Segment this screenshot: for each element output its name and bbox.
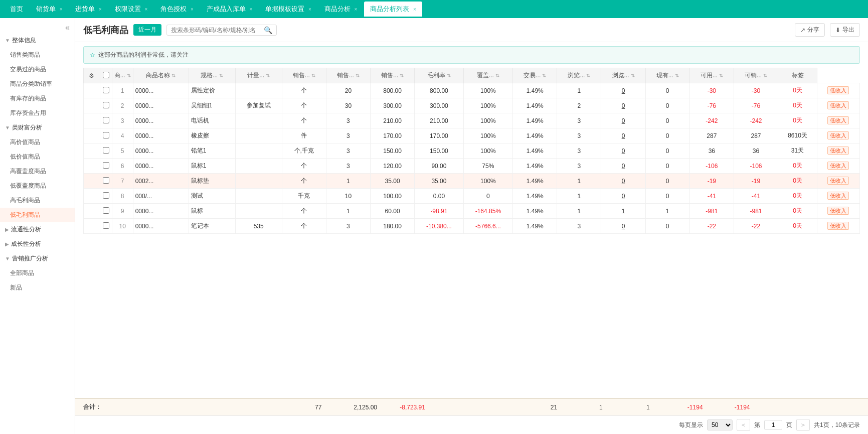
nav-purchase[interactable]: 进货单 × [69, 2, 107, 17]
col-sales-qty[interactable]: 销售...⇅ [282, 68, 326, 83]
page-number-input[interactable] [764, 420, 782, 430]
row-checkbox[interactable] [100, 204, 112, 219]
sidebar-item-stocked-goods[interactable]: 有库存的商品 [0, 91, 75, 106]
sidebar-item-new-goods[interactable]: 新品 [0, 280, 75, 295]
sidebar-group-marketing[interactable]: ▼ 营销推广分析 [0, 251, 75, 266]
col-unit[interactable]: 计量...⇅ [235, 68, 282, 83]
search-input[interactable] [171, 27, 264, 34]
sidebar-item-sales-goods[interactable]: 销售类商品 [0, 48, 75, 62]
col-sellable[interactable]: 可销...⇅ [734, 68, 778, 83]
sidebar-group-overview[interactable]: ▼ 整体信息 [0, 33, 75, 48]
col-coverage[interactable]: 覆盖...⇅ [463, 68, 513, 83]
alert-message: 这部分商品的利润非常低，请关注 [98, 51, 189, 59]
sidebar-item-low-coverage[interactable]: 低覆盖度商品 [0, 179, 75, 193]
page-size-select[interactable]: 50 100 [707, 419, 733, 430]
row-view1[interactable]: 0 [601, 159, 645, 174]
row-view1[interactable]: 1 [601, 204, 645, 219]
row-checkbox[interactable] [100, 128, 112, 143]
nav-close-icon[interactable]: × [308, 7, 311, 12]
sidebar-item-all-goods[interactable]: 全部商品 [0, 266, 75, 280]
col-name[interactable]: 商品名称⇅ [133, 68, 189, 83]
row-view1[interactable]: 0 [601, 128, 645, 143]
table-row: 4 0000... 橡皮擦 件 3 170.00 170.00 100% 1.4… [84, 128, 860, 143]
sidebar-collapse-button[interactable]: « [62, 22, 73, 33]
sidebar-group-growth[interactable]: ▶ 成长性分析 [0, 237, 75, 251]
row-checkbox[interactable] [100, 219, 112, 234]
row-num: 3 [112, 113, 133, 128]
sort-icon: ⇅ [219, 73, 223, 78]
sort-icon: ⇅ [542, 73, 546, 78]
sidebar-item-high-value[interactable]: 高价值商品 [0, 135, 75, 150]
sidebar-item-high-margin[interactable]: 高毛利商品 [0, 193, 75, 208]
col-view2[interactable]: 浏览...⇅ [601, 68, 645, 83]
col-sales-price[interactable]: 销售...⇅ [326, 68, 370, 83]
sidebar-item-capital[interactable]: 库存资金占用 [0, 106, 75, 120]
row-view1[interactable]: 0 [601, 83, 645, 98]
sidebar-item-traded-goods[interactable]: 交易过的商品 [0, 62, 75, 77]
row-current-stock: -76 [689, 98, 734, 113]
col-gross-margin[interactable]: 毛利率⇅ [415, 68, 463, 83]
row-spec [235, 174, 282, 189]
row-checkbox[interactable] [100, 159, 112, 174]
row-actions [84, 83, 100, 98]
row-num: 4 [112, 128, 133, 143]
col-spec[interactable]: 规格...⇅ [189, 68, 235, 83]
row-view1[interactable]: 0 [601, 219, 645, 234]
row-view1[interactable]: 0 [601, 174, 645, 189]
nav-role[interactable]: 角色授权 × [154, 2, 199, 17]
row-view1[interactable]: 0 [601, 143, 645, 159]
nav-close-icon[interactable]: × [354, 7, 357, 12]
sidebar-group-flow[interactable]: ▶ 流通性分析 [0, 222, 75, 237]
col-trade[interactable]: 交易...⇅ [513, 68, 557, 83]
nav-goods-analysis-list[interactable]: 商品分析列表 × [364, 2, 422, 17]
col-select-all[interactable] [100, 68, 112, 83]
nav-close-icon[interactable]: × [191, 7, 194, 12]
row-tag: 低收入 [817, 113, 859, 128]
nav-close-icon[interactable]: × [60, 7, 63, 12]
nav-close-icon[interactable]: × [250, 7, 253, 12]
row-unit: 个 [282, 98, 326, 113]
row-sales-price: 120.00 [371, 159, 415, 174]
col-sales-amount[interactable]: 销售...⇅ [371, 68, 415, 83]
sidebar-group-wealth[interactable]: ▼ 类财富分析 [0, 120, 75, 135]
sidebar-item-high-coverage[interactable]: 高覆盖度商品 [0, 164, 75, 179]
sidebar-item-low-value[interactable]: 低价值商品 [0, 150, 75, 164]
nav-home[interactable]: 首页 [4, 2, 29, 17]
col-code[interactable]: 商...⇅ [112, 68, 133, 83]
sidebar-item-low-margin[interactable]: 低毛利商品 [0, 208, 75, 222]
row-sales-qty: 3 [326, 143, 370, 159]
nav-template[interactable]: 单据模板设置 × [259, 2, 317, 17]
row-view1[interactable]: 0 [601, 98, 645, 113]
nav-close-icon[interactable]: × [99, 7, 102, 12]
col-current-stock[interactable]: 现有...⇅ [645, 68, 689, 83]
col-available[interactable]: 可用...⇅ [689, 68, 734, 83]
col-settings[interactable]: ⚙ [84, 68, 100, 83]
row-gross-margin: -164.85% [463, 204, 513, 219]
nav-sales[interactable]: 销货单 × [30, 2, 68, 17]
sort-icon: ⇅ [127, 73, 131, 78]
nav-goods-analysis[interactable]: 商品分析 × [318, 2, 363, 17]
nav-close-icon[interactable]: × [145, 7, 148, 12]
row-checkbox[interactable] [100, 174, 112, 189]
col-view1[interactable]: 浏览...⇅ [557, 68, 601, 83]
row-view1[interactable]: 0 [601, 113, 645, 128]
share-button[interactable]: ↗ 分享 [795, 23, 825, 37]
row-checkbox[interactable] [100, 113, 112, 128]
nav-product[interactable]: 产成品入库单 × [201, 2, 258, 17]
prev-page-button[interactable]: ＜ [737, 419, 750, 431]
table-row: 3 0000... 电话机 个 3 210.00 210.00 100% 1.4… [84, 113, 860, 128]
table-row: 5 0000... 铅笔1 个,千克 3 150.00 150.00 100% … [84, 143, 860, 159]
row-checkbox[interactable] [100, 98, 112, 113]
row-checkbox[interactable] [100, 189, 112, 204]
next-page-button[interactable]: ＞ [796, 419, 810, 431]
sidebar-item-category-sales[interactable]: 商品分类助销率 [0, 77, 75, 91]
export-button[interactable]: ⬇ 导出 [830, 23, 860, 37]
footer-sales-qty: 77 [295, 404, 342, 411]
nav-permission[interactable]: 权限设置 × [109, 2, 153, 17]
nav-close-icon[interactable]: × [413, 7, 416, 12]
select-all-checkbox[interactable] [103, 72, 109, 78]
row-view1[interactable]: 0 [601, 189, 645, 204]
date-filter-button[interactable]: 近一月 [133, 24, 161, 36]
row-checkbox[interactable] [100, 83, 112, 98]
row-checkbox[interactable] [100, 143, 112, 159]
